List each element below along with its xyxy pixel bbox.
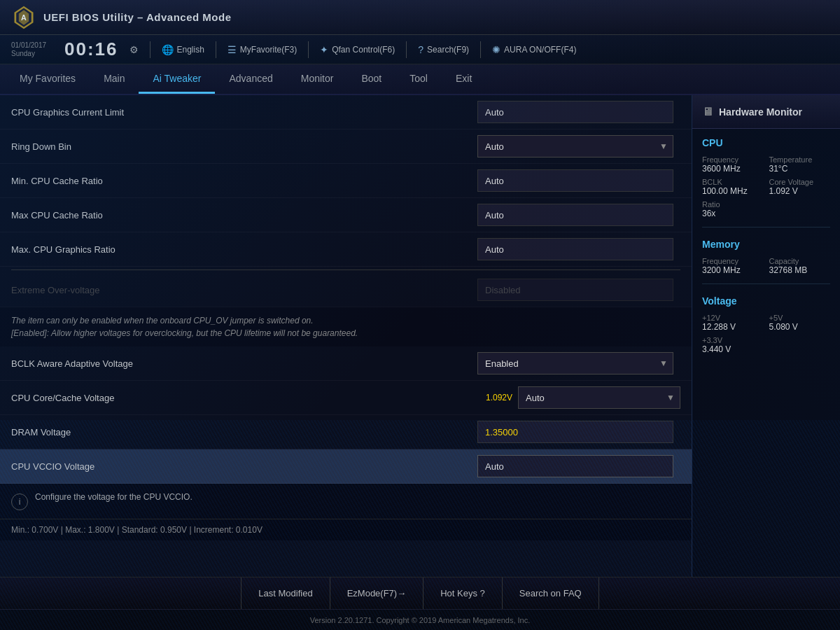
bclk-aware-row: BCLK Aware Adaptive Voltage Enabled Disa…: [0, 346, 692, 381]
max-cpu-cache-ratio-input[interactable]: [477, 204, 673, 226]
asus-logo-icon: A: [11, 5, 36, 30]
search-faq-label: Search on FAQ: [519, 588, 582, 598]
hw-mem-capacity: Capacity 32768 MB: [769, 257, 831, 275]
nav-ai-tweaker[interactable]: Ai Tweaker: [139, 64, 215, 94]
cpu-core-cache-voltage-row: CPU Core/Cache Voltage 1.092V Auto ▼: [0, 381, 692, 415]
cpu-core-cache-select[interactable]: Auto: [518, 386, 680, 409]
settings-icon[interactable]: ⚙: [130, 44, 139, 55]
last-modified-label: Last Modified: [258, 588, 312, 598]
search-faq-button[interactable]: Search on FAQ: [503, 578, 599, 610]
language-selector[interactable]: 🌐 English: [162, 44, 204, 55]
hw-mem-freq: Frequency 3200 MHz: [702, 257, 764, 275]
nav-boot[interactable]: Boot: [347, 64, 396, 94]
monitor-icon: 🖥: [702, 106, 713, 118]
dram-voltage-label: DRAM Voltage: [11, 427, 477, 438]
nav-bar: My Favorites Main Ai Tweaker Advanced Mo…: [0, 64, 840, 95]
divider-1: [150, 41, 150, 58]
info-description-text: Configure the voltage for the CPU VCCIO.: [35, 492, 192, 502]
cpu-graphics-current-limit-row: CPU Graphics Current Limit: [0, 95, 692, 130]
hot-keys-button[interactable]: Hot Keys ?: [424, 578, 503, 610]
hw-v5: +5V 5.080 V: [769, 314, 831, 332]
max-cpu-cache-ratio-value: [477, 204, 680, 226]
bclk-aware-label: BCLK Aware Adaptive Voltage: [11, 358, 477, 369]
hw-v12: +12V 12.288 V: [702, 314, 764, 332]
hw-monitor-panel: 🖥 Hardware Monitor CPU Frequency 3600 MH…: [692, 95, 840, 577]
nav-exit[interactable]: Exit: [442, 64, 486, 94]
hw-memory-section: Memory Frequency 3200 MHz Capacity 32768…: [692, 230, 840, 281]
ez-mode-label: EzMode(F7)→: [347, 588, 407, 598]
hw-cpu-title: CPU: [702, 137, 830, 148]
hw-memory-title: Memory: [702, 239, 830, 250]
cpu-graphics-current-limit-input[interactable]: [477, 101, 673, 123]
cpu-core-cache-select-wrapper: Auto ▼: [518, 386, 680, 409]
min-cpu-cache-ratio-input[interactable]: [477, 169, 673, 192]
dram-voltage-value: [477, 421, 680, 443]
nav-monitor[interactable]: Monitor: [287, 64, 348, 94]
datetime-display: 01/01/2017 Sunday: [11, 41, 53, 58]
search-button[interactable]: ? Search(F9): [418, 44, 469, 55]
cpu-vccio-voltage-label: CPU VCCIO Voltage: [11, 461, 477, 472]
max-cpu-graphics-ratio-input[interactable]: [477, 238, 673, 260]
ring-down-bin-select[interactable]: Auto: [477, 135, 673, 158]
max-cpu-graphics-ratio-value: [477, 238, 680, 260]
favorites-icon: ☰: [227, 44, 237, 55]
day-display: Sunday: [11, 50, 53, 58]
max-cpu-graphics-ratio-label: Max. CPU Graphics Ratio: [11, 244, 477, 255]
aura-button[interactable]: ✺ AURA ON/OFF(F4): [492, 44, 576, 55]
nav-tool[interactable]: Tool: [396, 64, 442, 94]
extreme-overvoltage-row: Extreme Over-voltage: [0, 273, 692, 307]
hw-voltage-title: Voltage: [702, 295, 830, 307]
hw-voltage-section: Voltage +12V 12.288 V +5V 5.080 V +3.3V …: [692, 287, 840, 360]
ring-down-bin-select-wrapper: Auto ▼: [477, 135, 673, 158]
search-label: Search(F9): [427, 45, 469, 55]
last-modified-button[interactable]: Last Modified: [241, 578, 330, 610]
aura-icon: ✺: [492, 44, 500, 55]
content-area: CPU Graphics Current Limit Ring Down Bin…: [0, 95, 840, 577]
dram-voltage-input[interactable]: [477, 421, 673, 443]
logo-area: A UEFI BIOS Utility – Advanced Mode: [11, 5, 231, 30]
app-title: UEFI BIOS Utility – Advanced Mode: [43, 11, 231, 23]
top-bar: A UEFI BIOS Utility – Advanced Mode: [0, 0, 840, 35]
ring-down-bin-value: Auto ▼: [477, 135, 680, 158]
main-panel: CPU Graphics Current Limit Ring Down Bin…: [0, 95, 692, 577]
qfan-label: Qfan Control(F6): [332, 45, 395, 55]
extreme-ov-description: The item can only be enabled when the on…: [0, 307, 692, 346]
hw-cpu-grid: Frequency 3600 MHz Temperature 31°C BCLK…: [702, 155, 830, 218]
nav-my-favorites[interactable]: My Favorites: [6, 64, 90, 94]
hot-keys-label: Hot Keys ?: [440, 588, 485, 598]
cpu-vccio-voltage-input[interactable]: [477, 455, 673, 477]
min-cpu-cache-ratio-value: [477, 169, 680, 192]
bottom-bar: Last Modified EzMode(F7)→ Hot Keys ? Sea…: [0, 577, 840, 609]
info-description: Configure the voltage for the CPU VCCIO.: [35, 492, 192, 502]
date-display: 01/01/2017: [11, 41, 53, 50]
nav-main[interactable]: Main: [90, 64, 139, 94]
ez-mode-button[interactable]: EzMode(F7)→: [330, 578, 424, 610]
clock-display: 00:16: [64, 38, 118, 60]
hw-monitor-title-text: Hardware Monitor: [719, 106, 802, 118]
dram-voltage-row: DRAM Voltage: [0, 415, 692, 449]
info-icon: i: [11, 493, 28, 510]
version-text: Version 2.20.1271. Copyright © 2019 Amer…: [310, 616, 530, 624]
ring-down-bin-label: Ring Down Bin: [11, 141, 477, 152]
hw-divider-1: [702, 227, 830, 227]
aura-label: AURA ON/OFF(F4): [504, 45, 576, 55]
nav-advanced[interactable]: Advanced: [215, 64, 286, 94]
max-cpu-cache-ratio-label: Max CPU Cache Ratio: [11, 210, 477, 220]
extreme-overvoltage-input: [477, 279, 673, 301]
hw-cpu-section: CPU Frequency 3600 MHz Temperature 31°C …: [692, 129, 840, 224]
hw-cpu-ratio: Ratio 36x: [702, 200, 764, 218]
bclk-aware-value: Enabled Disabled ▼: [477, 352, 680, 374]
svg-text:A: A: [21, 13, 27, 21]
fan-icon: ✦: [320, 44, 328, 55]
hw-divider-2: [702, 284, 830, 284]
hw-cpu-bclk: BCLK 100.00 MHz: [702, 178, 764, 196]
qfan-button[interactable]: ✦ Qfan Control(F6): [320, 44, 395, 55]
divider-4: [406, 41, 407, 58]
language-label: English: [177, 45, 204, 55]
bclk-aware-select[interactable]: Enabled Disabled: [477, 352, 673, 374]
divider-5: [480, 41, 481, 58]
extreme-overvoltage-label: Extreme Over-voltage: [11, 285, 477, 295]
extreme-overvoltage-value: [477, 279, 680, 301]
cpu-vccio-voltage-value: [477, 455, 680, 477]
myfavorite-button[interactable]: ☰ MyFavorite(F3): [227, 44, 297, 55]
